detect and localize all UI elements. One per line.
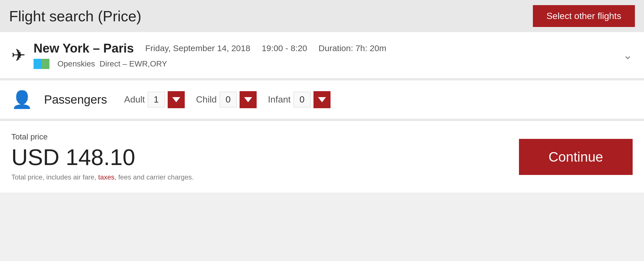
passengers-label: Passengers <box>44 93 107 107</box>
flight-time: 19:00 - 8:20 <box>262 43 307 53</box>
infant-group: Infant 0 <box>268 91 331 108</box>
price-info: Total price USD 148.10 Total price, incl… <box>11 132 194 181</box>
infant-dropdown-button[interactable] <box>313 91 331 108</box>
total-price-value: USD 148.10 <box>11 144 194 170</box>
price-note-suffix: , fees and carrier charges. <box>115 173 194 181</box>
child-group: Child 0 <box>196 91 257 108</box>
price-section: Total price USD 148.10 Total price, incl… <box>0 121 644 193</box>
price-note: Total price, includes air fare, taxes, f… <box>11 173 194 181</box>
person-icon: 👤 <box>11 89 33 110</box>
infant-label: Infant <box>268 94 291 105</box>
taxes-link[interactable]: taxes <box>98 173 114 181</box>
plane-icon: ✈ <box>11 45 26 65</box>
flight-details: New York – Paris Friday, September 14, 2… <box>34 41 386 69</box>
child-count: 0 <box>220 92 237 107</box>
flight-row-primary: New York – Paris Friday, September 14, 2… <box>34 41 386 55</box>
flight-duration: Duration: 7h: 20m <box>319 43 386 53</box>
total-price-label: Total price <box>11 132 194 141</box>
flight-date: Friday, September 14, 2018 <box>145 43 250 53</box>
adult-group: Adult 1 <box>124 91 185 108</box>
page-header: Flight search (Price) Select other fligh… <box>0 0 644 32</box>
adult-count: 1 <box>148 92 165 107</box>
infant-dropdown-arrow-icon <box>318 97 326 102</box>
flight-left-content: ✈ New York – Paris Friday, September 14,… <box>11 41 386 69</box>
price-note-prefix: Total price, includes air fare, <box>11 173 98 181</box>
adult-label: Adult <box>124 94 145 105</box>
select-other-flights-button[interactable]: Select other flights <box>533 5 635 27</box>
logo-green-block <box>41 59 49 69</box>
flight-info-section: ✈ New York – Paris Friday, September 14,… <box>0 32 644 80</box>
child-label: Child <box>196 94 217 105</box>
airline-name: Openskies <box>57 59 95 68</box>
adult-dropdown-button[interactable] <box>168 91 185 108</box>
adult-dropdown-arrow-icon <box>172 97 180 102</box>
page-title: Flight search (Price) <box>9 8 141 25</box>
logo-blue-block <box>34 59 41 69</box>
flight-route: New York – Paris <box>34 41 134 55</box>
child-dropdown-button[interactable] <box>240 91 257 108</box>
flight-row-secondary: Openskies Direct – EWR,ORY <box>34 59 386 69</box>
flight-type: Direct – EWR,ORY <box>99 59 167 68</box>
expand-flight-icon[interactable]: ⌄ <box>623 49 633 62</box>
infant-count: 0 <box>294 92 311 107</box>
airline-logo <box>34 59 49 69</box>
continue-button[interactable]: Continue <box>519 139 633 175</box>
child-dropdown-arrow-icon <box>244 97 252 102</box>
passengers-section: 👤 Passengers Adult 1 Child 0 Infant 0 <box>0 80 644 121</box>
